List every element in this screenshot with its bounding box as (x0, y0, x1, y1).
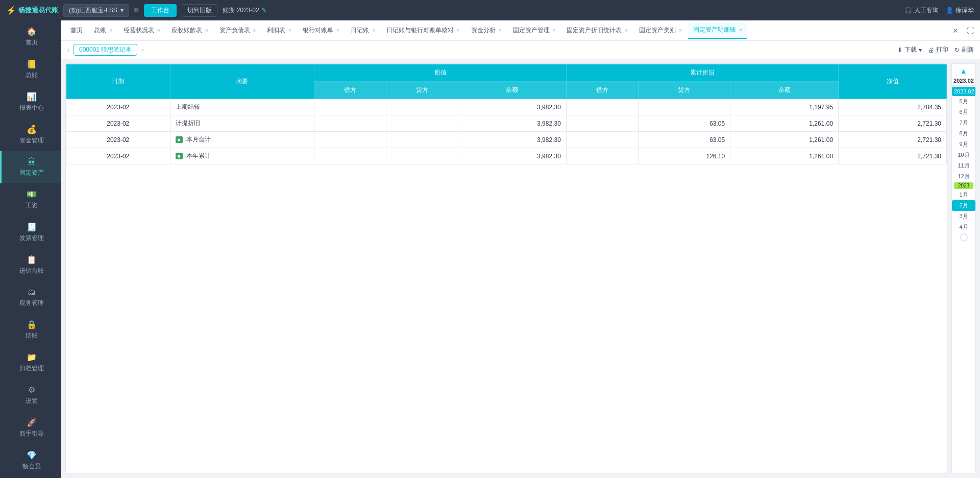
col-original-value-group: 原值 (314, 64, 566, 82)
tab-business-status[interactable]: 经营状况表 × (118, 22, 165, 39)
timeline-item-2023-02[interactable]: 2023.02 (952, 87, 975, 96)
tab-bank-statement[interactable]: 银行对账单 × (298, 22, 345, 39)
timeline-year-2023[interactable]: 2023 (954, 182, 973, 189)
tab-journal[interactable]: 日记账 × (346, 22, 380, 39)
workbench-button[interactable]: 工作台 (144, 4, 177, 17)
tab-balance-sheet[interactable]: 资产负债表 × (214, 22, 261, 39)
cell-credit (386, 99, 458, 115)
headset-icon: 🎧 (904, 7, 912, 14)
timeline-month-6[interactable]: 6月 (952, 107, 975, 117)
cell-balance2: 1,261.00 (730, 132, 839, 148)
tab-close-business-status[interactable]: × (157, 28, 160, 33)
cell-debit2 (566, 132, 638, 148)
app-logo: ⚡ 畅捷通易代账 (6, 6, 58, 15)
tab-close-bank-statement[interactable]: × (336, 28, 339, 33)
tab-bar-actions: ✕ ⛶ (950, 25, 976, 37)
timeline-month-9[interactable]: 9月 (952, 139, 975, 150)
sidebar-item-close[interactable]: 🔒 结账 (0, 314, 61, 346)
tab-close-fixed-asset-management[interactable]: × (553, 28, 556, 33)
salary-icon: 💵 (27, 189, 37, 199)
period-edit-icon[interactable]: ✎ (261, 7, 266, 14)
home-icon: 🏠 (27, 27, 37, 36)
sidebar-item-home[interactable]: 🏠 首页 (0, 20, 61, 53)
tab-close-ledger[interactable]: × (109, 28, 112, 33)
prev-arrow[interactable]: ‹ (67, 46, 69, 54)
refresh-icon: ↻ (954, 46, 960, 54)
tab-close-balance-sheet[interactable]: × (253, 28, 256, 33)
col-debit: 借方 (314, 82, 386, 99)
download-button[interactable]: ⬇ 下载 ▾ (897, 45, 922, 54)
sidebar-item-salary[interactable]: 💵 工资 (0, 183, 61, 216)
tab-close-depreciation-stats[interactable]: × (625, 28, 628, 33)
tab-close-receivable-aging[interactable]: × (205, 28, 208, 33)
sidebar-item-sales[interactable]: 📋 进销台账 (0, 249, 61, 281)
company-selector[interactable]: (劝)江西服宝-LSS ▾ (63, 4, 129, 17)
timeline-month-7[interactable]: 7月 (952, 117, 975, 128)
tab-home[interactable]: 首页 (65, 22, 88, 39)
user-menu[interactable]: 👤 徐泽华 (946, 6, 974, 15)
tab-fixed-asset-detail[interactable]: 固定资产明细账 × (688, 22, 747, 39)
sidebar-item-reports[interactable]: 📊 报表中心 (0, 86, 61, 118)
cell-balance2: 1,261.00 (730, 115, 839, 132)
timeline-month-5[interactable]: 5月 (952, 96, 975, 107)
tab-close-fund-analysis[interactable]: × (499, 28, 502, 33)
tab-close-fixed-asset-category[interactable]: × (679, 28, 682, 33)
sidebar-item-funds[interactable]: 💰 资金管理 (0, 118, 61, 151)
timeline-month-1[interactable]: 1月 (952, 189, 975, 200)
service-button[interactable]: 🎧 人工客询 (904, 6, 939, 15)
cell-debit2 (566, 148, 638, 164)
col-summary: 摘要 (170, 64, 314, 99)
sidebar-item-vip[interactable]: 💎 畅会员 (0, 444, 61, 477)
print-icon: 🖨 (928, 46, 934, 54)
download-icon: ⬇ (897, 46, 902, 54)
expand-button[interactable]: ⛶ (965, 25, 976, 37)
sidebar-item-guide[interactable]: 🚀 新手引导 (0, 412, 61, 444)
copy-icon[interactable]: ⧉ (134, 7, 139, 14)
tab-close-income[interactable]: × (288, 28, 291, 33)
sidebar-item-ledger[interactable]: 📒 总账 (0, 53, 61, 86)
tab-bar: 首页 总账 × 经营状况表 × 应收账龄表 × 资产负债表 × 利润表 × (61, 20, 980, 41)
timeline-month-4[interactable]: 4月 (952, 222, 975, 232)
tab-fund-analysis[interactable]: 资金分析 × (466, 22, 507, 39)
tab-journal-bank-check[interactable]: 日记账与银行对账单核对 × (381, 22, 465, 39)
cell-credit (386, 115, 458, 132)
tab-close-journal[interactable]: × (372, 28, 375, 33)
tab-depreciation-stats[interactable]: 固定资产折旧统计表 × (561, 22, 633, 39)
tag-green: ■ (176, 153, 183, 159)
sidebar-item-fixed-assets[interactable]: 🏛 固定资产 (0, 151, 61, 183)
sidebar-item-invoice[interactable]: 🧾 发票管理 (0, 216, 61, 249)
refresh-button[interactable]: ↻ 刷新 (954, 45, 974, 54)
sidebar-item-archive[interactable]: 📁 归档管理 (0, 346, 61, 379)
tab-receivable-aging[interactable]: 应收账龄表 × (166, 22, 213, 39)
cell-debit2 (566, 115, 638, 132)
timeline-month-3[interactable]: 3月 (952, 211, 975, 222)
breadcrumb-item[interactable]: 000001 联想笔记本 (74, 44, 137, 56)
invoice-icon: 🧾 (27, 222, 37, 232)
timeline-month-2-active[interactable]: 2月 (952, 200, 975, 211)
tab-income[interactable]: 利润表 × (262, 22, 297, 39)
tab-ledger[interactable]: 总账 × (89, 22, 117, 39)
timeline-month-10[interactable]: 10月 (952, 150, 975, 160)
switch-old-button[interactable]: 切到旧版 (182, 4, 217, 17)
sub-nav: ‹ 000001 联想笔记本 › ⬇ 下载 ▾ 🖨 打印 ↻ 刷新 (61, 41, 980, 59)
tax-icon: 🗂 (28, 288, 36, 297)
tab-fixed-asset-category[interactable]: 固定资产类别 × (634, 22, 687, 39)
next-arrow[interactable]: › (141, 46, 143, 54)
tab-close-fixed-asset-detail[interactable]: × (739, 27, 742, 33)
cell-balance: 3,982.30 (458, 115, 566, 132)
cell-debit (314, 99, 386, 115)
sidebar-item-tax[interactable]: 🗂 税务管理 (0, 281, 61, 314)
timeline-up-button[interactable]: ▲ (959, 66, 968, 76)
timeline-month-8[interactable]: 8月 (952, 128, 975, 139)
cell-summary: ■ 本年累计 (170, 148, 314, 164)
timeline-month-12[interactable]: 12月 (952, 171, 975, 182)
timeline-circle[interactable] (960, 233, 968, 242)
tab-fixed-asset-management[interactable]: 固定资产管理 × (508, 22, 561, 39)
tab-close-journal-bank-check[interactable]: × (457, 28, 460, 33)
close-tabs-button[interactable]: ✕ (950, 25, 961, 37)
sidebar-item-settings[interactable]: ⚙ 设置 (0, 379, 61, 412)
timeline-month-11[interactable]: 11月 (952, 160, 975, 171)
print-button[interactable]: 🖨 打印 (928, 45, 948, 54)
logo-icon: ⚡ (6, 6, 16, 15)
cell-debit2 (566, 99, 638, 115)
